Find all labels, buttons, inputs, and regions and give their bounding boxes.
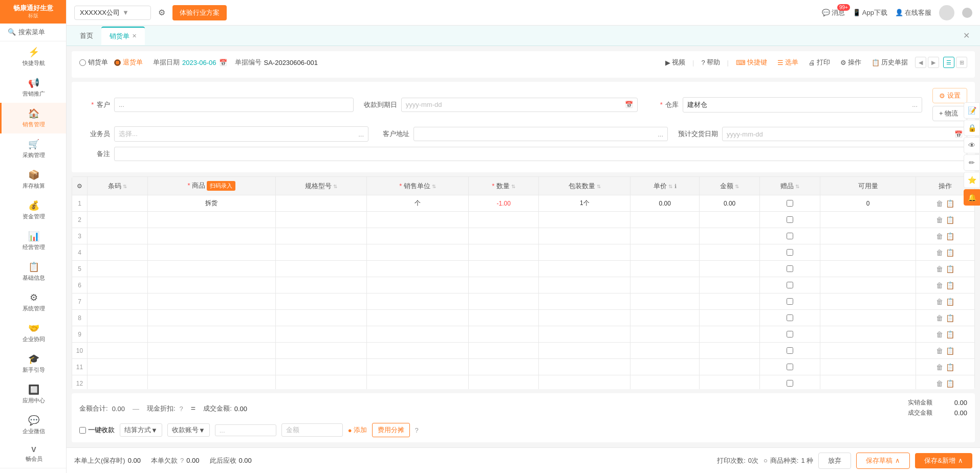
action-history[interactable]: 📋 历史单据 [868,56,911,69]
sidebar-item-apps[interactable]: 🔲 应用中心 [0,379,66,410]
radio-sales-order[interactable]: 销货单 [79,58,108,67]
customer-addr-dots[interactable]: ... [658,130,663,138]
radio-return-order[interactable]: 退货单 [114,58,143,67]
gift-checkbox[interactable] [787,200,793,207]
view-grid[interactable]: ⊞ [956,57,967,68]
topbar-settings-icon[interactable]: ⚙ [156,6,167,19]
delete-icon[interactable]: 🗑 [936,347,943,355]
action-shortcut[interactable]: ⌨ 快捷键 [733,56,770,69]
sidebar-item-marketing[interactable]: 📢 营销推广 [0,72,66,103]
row-unit-price[interactable]: 0.00 [630,195,700,212]
remark-input[interactable] [114,147,967,161]
copy-icon[interactable]: 📋 [946,265,954,273]
sidebar-item-purchase[interactable]: 🛒 采购管理 [0,133,66,164]
action-video[interactable]: ▶ 视频 [662,56,688,69]
due-date-calendar-icon[interactable]: 📅 [625,101,633,108]
delete-icon[interactable]: 🗑 [936,314,943,322]
experience-button[interactable]: 体验行业方案 [172,5,227,20]
action-select[interactable]: ☰ 选单 [774,56,801,69]
sidebar-item-system[interactable]: ⚙ 系统管理 [0,287,66,318]
right-tool-edit[interactable]: ✏ [964,154,980,171]
action-print[interactable]: 🖨 打印 [805,56,833,69]
copy-icon[interactable]: 📋 [946,363,954,371]
warehouse-dots[interactable]: ... [912,101,918,108]
delete-icon[interactable]: 🗑 [936,249,943,257]
calendar-icon[interactable]: 📅 [219,59,227,66]
sidebar-item-operations[interactable]: 📊 经营管理 [0,226,66,256]
row-barcode[interactable] [88,195,148,212]
delete-icon[interactable]: 🗑 [936,379,943,388]
delete-icon[interactable]: 🗑 [936,363,943,371]
row-product[interactable]: 拆货 [147,195,275,212]
right-tool-lock[interactable]: 🔒 [964,120,980,136]
save-new-button[interactable]: 保存&新增 ∧ [915,453,972,468]
action-help[interactable]: ? 帮助 [698,56,723,69]
right-tool-star[interactable]: ⭐ [964,172,980,188]
payment-account-select[interactable]: 收款账号 ▼ [167,423,210,437]
user-avatar2[interactable] [962,8,972,18]
sidebar-item-collab[interactable]: 🤝 企业协同 [0,318,66,348]
form-date-value[interactable]: 2023-06-06 [182,59,216,66]
row-unit[interactable]: 个 [367,195,468,212]
tab-close-icon[interactable]: ✕ [132,33,137,39]
company-selector[interactable]: XXXXXX公司 ▼ [74,6,151,20]
row-spec[interactable] [275,195,367,212]
row-gift[interactable] [760,195,820,212]
account-dots[interactable]: ... [220,426,225,434]
copy-icon[interactable]: 📋 [946,347,954,355]
expected-delivery-input[interactable]: yyyy-mm-dd 📅 [722,127,967,141]
right-tool-note[interactable]: 📝 [964,102,980,119]
radio-sales-order-input[interactable] [79,59,86,66]
fee-split-button[interactable]: 费用分摊 [372,423,410,437]
row-amount[interactable]: 0.00 [700,195,760,212]
customer-dots[interactable]: ... [119,101,124,108]
footer-help-icon[interactable]: ? [415,426,419,434]
scan-button[interactable]: 扫码录入 [207,181,235,191]
app-download-button[interactable]: 📱 App下载 [853,8,887,17]
abandon-button[interactable]: 放弃 [818,453,851,469]
sidebar-item-sales[interactable]: 🏠 销售管理 [0,103,66,133]
sidebar-search[interactable]: 🔍 搜索菜单 [0,24,66,41]
payment-method-select[interactable]: 结算方式 ▼ [120,423,162,437]
action-ops[interactable]: ⚙ 操作 [837,56,864,69]
delete-icon[interactable]: 🗑 [936,216,943,224]
copy-icon[interactable]: 📋 [946,330,954,339]
tab-sales-order[interactable]: 销货单 ✕ [101,27,145,45]
right-tool-notify[interactable]: 🔔 [964,189,980,206]
account-input[interactable]: ... [215,424,276,436]
delete-row-icon[interactable]: 🗑 [936,199,943,208]
warehouse-input[interactable]: 建材仓 ... [683,97,922,112]
col-settings[interactable]: ⚙ [72,177,88,195]
delete-icon[interactable]: 🗑 [936,298,943,306]
one-click-checkbox[interactable] [79,427,86,434]
nav-prev[interactable]: ◀ [915,57,926,68]
copy-icon[interactable]: 📋 [946,298,954,306]
user-avatar[interactable] [939,5,954,20]
copy-icon[interactable]: 📋 [946,281,954,289]
tab-bar-close-all[interactable]: ✕ [958,31,975,40]
delete-icon[interactable]: 🗑 [936,232,943,240]
due-date-input[interactable]: yyyy-mm-dd 📅 [401,98,638,112]
sidebar-item-finance[interactable]: 💰 资金管理 [0,195,66,226]
discount-help-icon[interactable]: ? [180,405,183,413]
copy-icon[interactable]: 📋 [946,249,954,257]
copy-icon[interactable]: 📋 [946,216,954,224]
salesperson-dots[interactable]: ... [358,130,364,138]
add-payment-button[interactable]: ● 添加 [348,425,367,435]
amount-input[interactable]: 金额 [281,423,343,437]
online-service-button[interactable]: 👤 在线客服 [895,8,931,17]
salesperson-input[interactable]: 选择... ... [114,126,368,142]
expected-delivery-calendar-icon[interactable]: 📅 [954,130,963,138]
draft-button[interactable]: 保存草稿 ∧ [856,453,910,469]
row-qty[interactable]: -1.00 [468,195,539,212]
nav-next[interactable]: ▶ [928,57,939,68]
delete-icon[interactable]: 🗑 [936,330,943,339]
tab-home[interactable]: 首页 [72,27,101,44]
customer-addr-input[interactable]: ... [413,127,668,141]
row-pack-qty[interactable]: 1个 [539,195,630,212]
debt-help-icon[interactable]: ? [180,457,184,464]
sidebar-item-member[interactable]: V 畅会员 [0,440,66,468]
sidebar-item-quicknav[interactable]: ⚡ 快捷导航 [0,41,66,72]
settings-button[interactable]: ⚙ 设置 [932,88,967,103]
price-info-icon[interactable]: ℹ [674,183,677,189]
